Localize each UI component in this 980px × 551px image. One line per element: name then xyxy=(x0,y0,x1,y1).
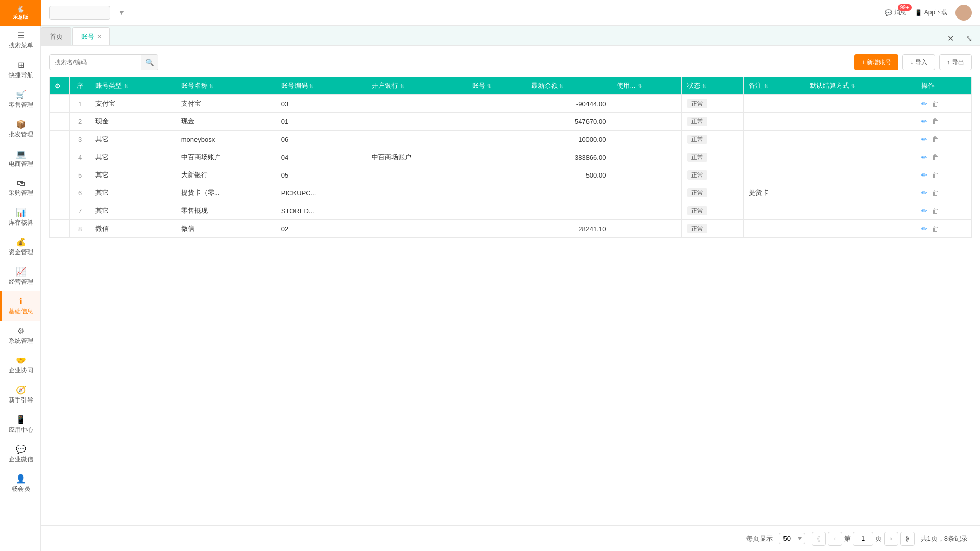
table-row: 4 其它 中百商场账户 04 中百商场账户 383866.00 正常 ✏ 🗑 xyxy=(50,148,972,166)
cell-bank xyxy=(366,113,467,131)
sidebar-item-retail[interactable]: 🛒 零售管理 xyxy=(0,85,40,114)
delete-icon[interactable]: 🗑 xyxy=(932,99,939,108)
edit-icon[interactable]: ✏ xyxy=(921,153,927,161)
enterprise-icon: 🤝 xyxy=(4,356,38,365)
user-avatar[interactable] xyxy=(955,5,972,21)
status-badge: 正常 xyxy=(687,170,707,180)
cell-settings xyxy=(50,220,70,238)
tab-expand-action[interactable]: ⤡ xyxy=(962,31,976,45)
col-num: 序 xyxy=(70,77,90,95)
cell-status: 正常 xyxy=(682,148,744,166)
tab-account[interactable]: 账号 × xyxy=(72,27,110,45)
edit-icon[interactable]: ✏ xyxy=(921,117,927,126)
cell-balance xyxy=(526,202,611,220)
per-page-label: 每页显示 xyxy=(746,534,773,543)
cell-status: 正常 xyxy=(682,184,744,202)
member-icon: 👤 xyxy=(4,474,38,484)
cell-balance: 500.00 xyxy=(526,166,611,184)
sidebar-item-wholesale[interactable]: 📦 批发管理 xyxy=(0,114,40,144)
dropdown-icon[interactable]: ▼ xyxy=(118,9,125,16)
export-button[interactable]: ↑ 导出 xyxy=(939,54,972,70)
app-download-button[interactable]: 📱 App下载 xyxy=(915,8,947,17)
cell-bank xyxy=(366,166,467,184)
cell-status: 正常 xyxy=(682,202,744,220)
delete-icon[interactable]: 🗑 xyxy=(932,189,939,197)
sidebar-item-purchase[interactable]: 🛍 采购管理 xyxy=(0,173,40,203)
sidebar-item-inventory[interactable]: 📊 库存核算 xyxy=(0,203,40,232)
appcenter-icon: 📱 xyxy=(4,415,38,424)
sidebar-item-enterprise[interactable]: 🤝 企业协同 xyxy=(0,350,40,380)
col-note[interactable]: 备注 ⇅ xyxy=(743,77,804,95)
cell-settings xyxy=(50,113,70,131)
col-bank[interactable]: 开户银行 ⇅ xyxy=(366,77,467,95)
delete-icon[interactable]: 🗑 xyxy=(932,135,939,143)
cell-type: 支付宝 xyxy=(90,95,176,113)
sidebar-item-member[interactable]: 👤 畅会员 xyxy=(0,469,40,498)
sidebar-item-system[interactable]: ⚙ 系统管理 xyxy=(0,321,40,350)
sidebar-item-appcenter[interactable]: 📱 应用中心 xyxy=(0,410,40,439)
basic-info-icon: ℹ xyxy=(4,296,38,306)
table-row: 8 微信 微信 02 28241.10 正常 ✏ 🗑 xyxy=(50,220,972,238)
col-type[interactable]: 账号类型 ⇅ xyxy=(90,77,176,95)
retail-icon: 🛒 xyxy=(4,90,38,99)
cell-code: 06 xyxy=(276,131,366,148)
sort-status-icon: ⇅ xyxy=(702,83,706,89)
sidebar-item-quick[interactable]: ⊞ 快捷导航 xyxy=(0,55,40,85)
per-page-select[interactable]: 50 20 100 xyxy=(779,533,805,544)
edit-icon[interactable]: ✏ xyxy=(921,171,927,179)
sidebar-item-wechat[interactable]: 💬 企业微信 xyxy=(0,439,40,469)
cell-bank xyxy=(366,131,467,148)
cell-code: 04 xyxy=(276,148,366,166)
edit-icon[interactable]: ✏ xyxy=(921,189,927,197)
sidebar-item-basic[interactable]: ℹ 基础信息 xyxy=(0,291,40,321)
top-search-input[interactable] xyxy=(49,6,110,20)
search-button[interactable]: 🔍 xyxy=(141,54,158,70)
col-settings[interactable]: ⚙ xyxy=(50,77,70,95)
col-usage[interactable]: 使用... ⇅ xyxy=(611,77,682,95)
edit-icon[interactable]: ✏ xyxy=(921,135,927,143)
message-badge: 99+ xyxy=(898,4,912,11)
cell-action: ✏ 🗑 xyxy=(916,131,971,148)
delete-icon[interactable]: 🗑 xyxy=(932,207,939,215)
tab-close-button[interactable]: × xyxy=(97,34,101,40)
cell-note xyxy=(743,131,804,148)
sidebar-item-guide[interactable]: 🧭 新手引导 xyxy=(0,380,40,410)
edit-icon[interactable]: ✏ xyxy=(921,207,927,215)
next-page-button[interactable]: › xyxy=(884,532,898,546)
first-page-button[interactable]: ⟪ xyxy=(812,532,826,546)
edit-icon[interactable]: ✏ xyxy=(921,99,927,108)
cell-type: 其它 xyxy=(90,184,176,202)
sidebar-item-ecommerce[interactable]: 💻 电商管理 xyxy=(0,144,40,173)
import-button[interactable]: ↓ 导入 xyxy=(902,54,935,70)
message-button[interactable]: 💬 消息 99+ xyxy=(885,8,906,17)
delete-icon[interactable]: 🗑 xyxy=(932,224,939,233)
sidebar-item-operations[interactable]: 📈 经营管理 xyxy=(0,262,40,291)
col-status[interactable]: 状态 ⇅ xyxy=(682,77,744,95)
cell-note xyxy=(743,202,804,220)
col-account[interactable]: 账号 ⇅ xyxy=(467,77,526,95)
col-code[interactable]: 账号编码 ⇅ xyxy=(276,77,366,95)
quick-nav-icon: ⊞ xyxy=(4,60,38,70)
delete-icon[interactable]: 🗑 xyxy=(932,153,939,161)
edit-icon[interactable]: ✏ xyxy=(921,224,927,233)
cell-code: STORED... xyxy=(276,202,366,220)
col-name[interactable]: 账号名称 ⇅ xyxy=(176,77,276,95)
delete-icon[interactable]: 🗑 xyxy=(932,171,939,179)
add-account-button[interactable]: + 新增账号 xyxy=(854,54,898,70)
search-input[interactable] xyxy=(50,59,141,66)
table-row: 7 其它 零售抵现 STORED... 正常 ✏ 🗑 xyxy=(50,202,972,220)
page-input[interactable] xyxy=(853,532,873,546)
main-area: ▼ 💬 消息 99+ 📱 App下载 首页 账号 × ✕ ⤡ xyxy=(41,0,980,551)
col-payment[interactable]: 默认结算方式 ⇅ xyxy=(804,77,916,95)
col-balance[interactable]: 最新余额 ⇅ xyxy=(526,77,611,95)
sidebar-item-search[interactable]: ☰ 搜索菜单 xyxy=(0,26,40,55)
tab-close-action[interactable]: ✕ xyxy=(943,31,958,45)
prev-page-button[interactable]: ‹ xyxy=(828,532,842,546)
cell-code: PICKUPC... xyxy=(276,184,366,202)
last-page-button[interactable]: ⟫ xyxy=(900,532,915,546)
sidebar-item-finance[interactable]: 💰 资金管理 xyxy=(0,232,40,262)
cell-settings xyxy=(50,148,70,166)
tab-home[interactable]: 首页 xyxy=(41,27,71,45)
delete-icon[interactable]: 🗑 xyxy=(932,117,939,126)
cell-payment xyxy=(804,166,916,184)
